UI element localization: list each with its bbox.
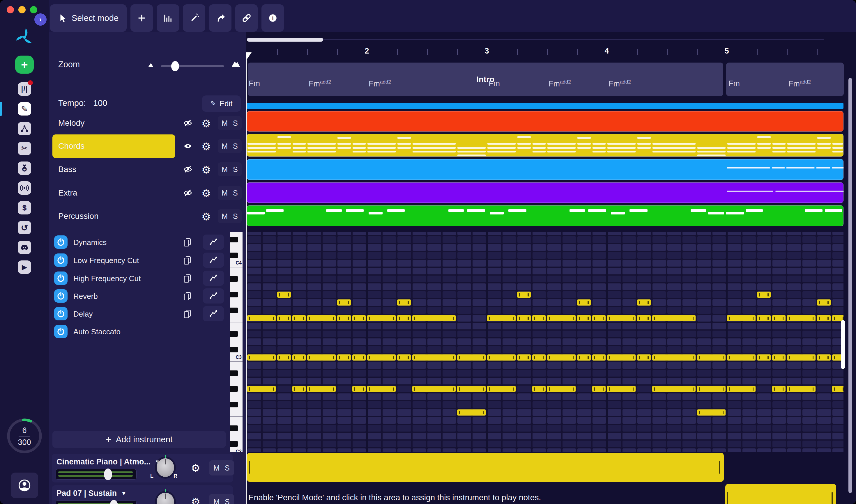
solo-button[interactable]: S [225,498,230,504]
track-row-melody[interactable]: Melody⚙MS [49,111,246,135]
midi-note[interactable] [697,386,726,392]
percussion-lane[interactable] [247,205,843,226]
black-key[interactable] [230,402,238,408]
midi-note[interactable] [727,386,755,392]
automation-curve-button[interactable] [203,253,224,268]
midi-note[interactable] [247,355,276,361]
zoom-slider-track[interactable] [161,65,224,67]
zoom-out-button[interactable] [147,62,155,69]
midi-note[interactable] [457,410,486,416]
effect-power-toggle[interactable] [54,271,68,285]
sidebar-item-generation-profiles[interactable] [18,122,31,135]
copy-effect-button[interactable] [184,292,190,300]
midi-note[interactable] [697,355,726,361]
black-key[interactable] [230,331,238,337]
midi-note[interactable] [337,355,351,361]
midi-note[interactable] [367,386,396,392]
midi-note[interactable] [517,355,531,361]
instrument-select[interactable]: Cinematic Piano | Atmo...▼ [56,457,150,466]
midi-note[interactable] [727,315,755,321]
automation-curve-button[interactable] [203,288,224,304]
clip-handle-left[interactable] [249,461,250,474]
midi-note[interactable] [697,410,726,416]
pan-knob[interactable] [157,458,174,477]
black-key[interactable] [230,276,238,282]
midi-note[interactable] [532,355,546,361]
midi-note[interactable] [547,355,576,361]
midi-note[interactable] [772,386,786,392]
section-2[interactable] [726,62,844,96]
midi-note[interactable] [652,315,696,321]
midi-note[interactable] [247,386,276,392]
midi-note[interactable] [652,386,696,392]
midi-note[interactable] [787,355,816,361]
midi-note[interactable] [457,355,486,361]
midi-note[interactable] [592,355,606,361]
midi-note[interactable] [352,315,366,321]
midi-note[interactable] [532,315,546,321]
midi-note[interactable] [292,355,306,361]
copy-effect-button[interactable] [184,274,190,282]
midi-note[interactable] [592,315,606,321]
automation-curve-button[interactable] [203,271,224,286]
midi-note[interactable] [817,315,831,321]
solo-button[interactable]: S [233,165,238,174]
midi-note[interactable] [397,300,411,306]
midi-note[interactable] [367,355,396,361]
clip-handle-left[interactable] [727,492,728,504]
midi-note[interactable] [307,355,336,361]
volume-knob[interactable] [104,468,112,480]
midi-note[interactable] [787,315,816,321]
volume-meter[interactable] [56,501,137,504]
midi-note[interactable] [277,355,291,361]
midi-note[interactable] [757,315,771,321]
volume-meter[interactable] [56,469,137,480]
black-key[interactable] [230,371,238,376]
chords-region-2[interactable] [725,484,836,504]
effect-power-toggle[interactable] [54,235,68,249]
pan-knob[interactable] [157,493,174,504]
midi-note[interactable] [412,315,456,321]
piano-roll-vertical-scrollbar[interactable] [841,320,845,369]
midi-note[interactable] [577,315,591,321]
midi-note[interactable] [637,300,651,306]
midi-note[interactable] [307,315,336,321]
sidebar-item-pencil-editor[interactable]: ✎ [18,102,31,115]
track-settings-button[interactable]: ⚙ [202,164,211,176]
mute-button[interactable]: M [222,119,228,127]
bass-lane[interactable] [247,159,843,180]
mute-button[interactable]: M [213,464,220,472]
black-key[interactable] [230,347,238,353]
main-vertical-scrollbar[interactable] [849,78,852,493]
track-row-chords[interactable]: Chords⚙MS [49,134,246,158]
midi-note[interactable] [307,386,336,392]
sidebar-item-achievements[interactable]: ★ [18,162,31,175]
overview-strip[interactable] [247,103,843,109]
midi-note[interactable] [532,386,546,392]
account-button[interactable] [11,472,38,498]
midi-note[interactable] [592,386,606,392]
instrument-select[interactable]: Pad 07 | Sustain▼ [56,489,150,498]
mute-button[interactable]: M [222,212,228,220]
effect-power-toggle[interactable] [54,325,68,338]
zoom-slider-knob[interactable] [171,61,179,71]
solo-button[interactable]: S [233,189,238,197]
midi-note[interactable] [337,315,351,321]
extra-lane[interactable] [247,182,843,203]
tempo-edit-button[interactable]: ✎Edit [202,95,241,112]
midi-note[interactable] [547,315,576,321]
effect-power-toggle[interactable] [54,307,68,320]
chords-lane[interactable] [247,134,843,157]
solo-button[interactable]: S [233,119,238,127]
timeline-ruler[interactable]: 2345 [0,0,856,62]
midi-note[interactable] [352,386,366,392]
piano-roll-grid[interactable] [247,232,843,452]
midi-note[interactable] [457,386,486,392]
add-instrument-button[interactable]: +Add instrument [52,431,226,448]
effect-power-toggle[interactable] [54,289,68,303]
solo-button[interactable]: S [225,464,230,472]
copy-effect-button[interactable] [184,256,190,264]
black-key[interactable] [230,441,238,447]
midi-note[interactable] [577,300,591,306]
track-settings-button[interactable]: ⚙ [202,211,211,223]
